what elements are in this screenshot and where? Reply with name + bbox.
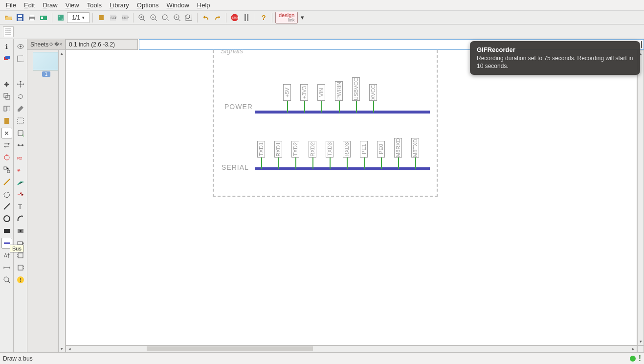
cam-icon[interactable]	[38, 12, 49, 23]
menu-library[interactable]: Library	[106, 0, 133, 10]
script-icon[interactable]: SCR	[108, 12, 118, 23]
port-tool-icon[interactable]	[15, 262, 26, 273]
print-icon[interactable]	[26, 12, 37, 23]
net-label[interactable]: PWRIN	[335, 81, 343, 101]
net-label[interactable]: USBVCC	[352, 77, 360, 101]
board-icon[interactable]	[55, 12, 66, 23]
delete-tool-icon[interactable]: ✕	[1, 128, 12, 138]
net-label[interactable]: +5V	[283, 84, 291, 101]
sheets-close-icon[interactable]: �×	[54, 42, 62, 47]
erc-tool-icon[interactable]	[1, 274, 12, 285]
connection-status-icon[interactable]	[630, 356, 636, 362]
menu-view[interactable]: View	[62, 0, 83, 10]
arc-tool-icon[interactable]	[15, 213, 26, 224]
net-wire[interactable]	[398, 158, 399, 169]
designlink-button[interactable]: designlink	[275, 12, 298, 23]
sheet-number-badge[interactable]: 1	[42, 71, 51, 77]
rotate-tool-icon[interactable]	[15, 91, 26, 102]
go-icon[interactable]	[241, 12, 252, 23]
menu-options[interactable]: Options	[133, 0, 163, 10]
cut-tool-icon[interactable]	[15, 115, 26, 126]
info-tool-icon[interactable]: ℹ	[1, 41, 12, 52]
help-icon[interactable]: ?	[258, 12, 269, 23]
zoom-redraw-icon[interactable]	[172, 12, 182, 23]
use-icon[interactable]	[96, 12, 107, 23]
net-label[interactable]: +3V3	[300, 84, 308, 101]
sheet-thumbnail[interactable]	[33, 52, 60, 70]
zoom-select-icon[interactable]	[183, 12, 194, 23]
net-wire[interactable]	[330, 158, 331, 169]
redo-icon[interactable]	[212, 12, 223, 23]
name-tool-icon[interactable]	[15, 140, 26, 151]
replace-tool-icon[interactable]	[1, 152, 12, 163]
net-label[interactable]: RXD1	[274, 141, 282, 158]
gateswap-tool-icon[interactable]	[1, 164, 12, 175]
show-tool-icon[interactable]	[15, 41, 26, 52]
net-wire[interactable]	[295, 158, 296, 169]
net-label[interactable]: VIN	[317, 84, 325, 101]
sheets-reload-icon[interactable]: ⟳	[49, 42, 53, 47]
warning-status-icon[interactable]: !	[639, 354, 641, 363]
net-label[interactable]: TXD1	[257, 141, 265, 158]
wire-tool-icon[interactable]	[1, 177, 12, 187]
stop-icon[interactable]: STOP	[229, 12, 240, 23]
vertical-scrollbar[interactable]: ▴ ▾	[637, 50, 644, 345]
menu-window[interactable]: Window	[163, 0, 193, 10]
rect-tool-icon[interactable]	[1, 226, 12, 236]
circle-tool-icon[interactable]	[1, 213, 12, 224]
mirror-tool-icon[interactable]	[1, 103, 12, 114]
dimension-tool-icon[interactable]	[1, 262, 12, 273]
scroll-left-icon[interactable]: ◂	[66, 346, 73, 352]
net-label[interactable]: M8TXD	[411, 138, 419, 158]
net-tool-icon[interactable]	[15, 177, 26, 187]
change-tool-icon[interactable]	[15, 103, 26, 114]
add-tool-icon[interactable]	[15, 128, 26, 138]
menu-help[interactable]: Help	[193, 0, 214, 10]
zoom-out-icon[interactable]	[148, 12, 159, 23]
bus-power[interactable]	[255, 111, 430, 114]
net-wire[interactable]	[278, 158, 279, 169]
group-move-tool-icon[interactable]	[15, 79, 26, 90]
net-label[interactable]: RXD2	[309, 141, 316, 158]
net-wire[interactable]	[312, 158, 313, 169]
net-label[interactable]: XVCC	[369, 84, 377, 101]
layer-tool-icon[interactable]	[1, 53, 12, 64]
net-label[interactable]: TXD3	[326, 141, 333, 158]
text-tool-icon[interactable]: T	[15, 201, 26, 212]
net-wire[interactable]	[364, 158, 365, 169]
scroll-up-icon[interactable]: ▴	[59, 50, 65, 57]
menu-tools[interactable]: Tools	[83, 0, 106, 10]
net-wire[interactable]	[304, 101, 305, 113]
net-wire[interactable]	[415, 158, 416, 169]
zoom-in-icon[interactable]	[136, 12, 147, 23]
scroll-down-icon[interactable]: ▾	[59, 345, 65, 352]
net-label[interactable]: PE0	[377, 141, 385, 158]
open-icon[interactable]	[3, 12, 14, 23]
net-label[interactable]: TXD2	[291, 141, 299, 158]
designlink-dropdown-icon[interactable]: ▾	[299, 12, 306, 23]
net-wire[interactable]	[261, 158, 262, 169]
errors-tool-icon[interactable]: !	[15, 274, 26, 285]
notification-toast[interactable]: GIFRecorder Recording duration set to 75…	[470, 41, 640, 75]
scroll-down-icon[interactable]: ▾	[638, 338, 644, 345]
invoke-tool-icon[interactable]: ❋	[15, 164, 26, 175]
move-tool-icon[interactable]: ✥	[1, 79, 12, 90]
junction-tool-icon[interactable]	[15, 226, 26, 236]
net-label[interactable]: PE1	[360, 141, 368, 158]
net-wire[interactable]	[347, 158, 348, 169]
bus-serial[interactable]	[255, 167, 430, 170]
net-label[interactable]: M8RXD	[394, 138, 402, 158]
horizontal-scrollbar[interactable]: ◂ ▸	[66, 345, 637, 352]
line-tool-icon[interactable]	[1, 201, 12, 212]
scroll-right-icon[interactable]: ▸	[630, 346, 637, 352]
net-wire[interactable]	[381, 158, 382, 169]
net-wire[interactable]	[321, 101, 322, 113]
scrollbar-thumb[interactable]	[147, 346, 313, 351]
pinswap-tool-icon[interactable]	[1, 140, 12, 151]
net-wire[interactable]	[339, 101, 340, 113]
schematic-canvas[interactable]: Signals POWER SERIAL +5V+3V3VINPWRINUSBV…	[66, 50, 637, 345]
split-tool-icon[interactable]	[15, 189, 26, 200]
net-wire[interactable]	[287, 101, 288, 113]
zoom-fit-icon[interactable]	[160, 12, 171, 23]
menu-draw[interactable]: Draw	[39, 0, 61, 10]
